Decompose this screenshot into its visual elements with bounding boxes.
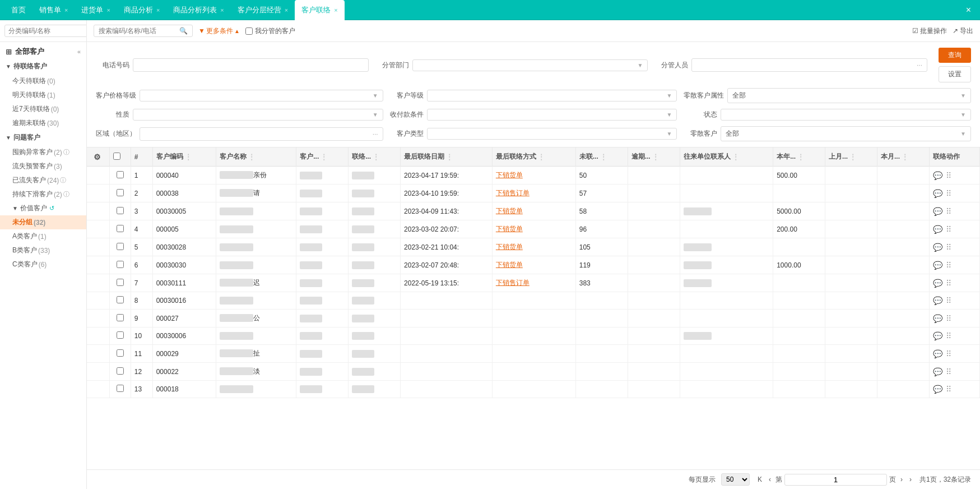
more-icon-6[interactable]: ⠿: [946, 279, 951, 288]
sidebar-item-today[interactable]: 今天待联络 (0): [0, 74, 86, 88]
tab-home[interactable]: 首页: [4, 0, 32, 20]
next-page-button[interactable]: ›: [898, 474, 905, 485]
window-close-button[interactable]: ×: [962, 5, 976, 15]
manager-ellipsis[interactable]: ···: [917, 61, 922, 69]
sidebar-item-overdue[interactable]: 逾期未联络 (30): [0, 116, 86, 130]
row-check-2[interactable]: [117, 207, 124, 214]
tab-customer-contact[interactable]: 客户联络 ×: [295, 0, 344, 20]
sidebar-collapse-button[interactable]: «: [77, 48, 81, 55]
dept-select[interactable]: ▼: [412, 59, 648, 71]
chat-icon-0[interactable]: 💬: [933, 171, 942, 180]
more-icon-1[interactable]: ⠿: [946, 189, 951, 198]
more-icon-9[interactable]: ⠿: [946, 331, 951, 340]
tab-product-analysis-close[interactable]: ×: [156, 7, 160, 13]
more-icon-4[interactable]: ⠿: [946, 243, 951, 252]
more-icon-3[interactable]: ⠿: [946, 225, 951, 234]
last-method-link-0[interactable]: 下销货单: [496, 171, 523, 179]
retail-cust-select[interactable]: 全部 ▼: [721, 126, 971, 141]
chat-icon-8[interactable]: 💬: [933, 314, 942, 323]
last-method-link-1[interactable]: 下销售订单: [496, 189, 530, 197]
last-method-link-6[interactable]: 下销售订单: [496, 279, 530, 287]
manager-select[interactable]: ···: [691, 58, 927, 72]
sidebar-group-problem[interactable]: ▼ 问题客户: [0, 130, 86, 145]
chat-icon-1[interactable]: 💬: [933, 189, 942, 198]
row-check-5[interactable]: [117, 261, 124, 268]
tab-sales-close[interactable]: ×: [64, 7, 68, 13]
chat-icon-7[interactable]: 💬: [933, 296, 942, 305]
gear-icon[interactable]: ⚙: [94, 153, 101, 162]
tab-sales[interactable]: 销售单 ×: [32, 0, 75, 20]
sidebar-item-ungroup[interactable]: 未分组 (32): [0, 215, 86, 229]
th-settings[interactable]: ⚙: [87, 147, 109, 167]
tab-customer-contact-close[interactable]: ×: [334, 7, 337, 13]
sidebar-item-7days[interactable]: 近7天待联络 (0): [0, 102, 86, 116]
sidebar-search-input[interactable]: [4, 25, 87, 37]
last-method-link-4[interactable]: 下销货单: [496, 243, 523, 251]
my-customer-checkbox[interactable]: [245, 27, 253, 35]
region-ellipsis[interactable]: ···: [373, 130, 378, 138]
tab-purchase[interactable]: 进货单 ×: [75, 0, 117, 20]
chat-icon-10[interactable]: 💬: [933, 349, 942, 358]
sidebar-item-churn-warn[interactable]: 流失预警客户 (3): [0, 159, 86, 173]
chat-icon-2[interactable]: 💬: [933, 207, 942, 216]
more-icon-8[interactable]: ⠿: [946, 314, 951, 323]
export-button[interactable]: ↗ 导出: [953, 26, 973, 36]
row-check-12[interactable]: [117, 385, 124, 392]
row-check-7[interactable]: [117, 296, 124, 303]
tab-product-analysis-list[interactable]: 商品分析列表 ×: [166, 0, 230, 20]
search-input[interactable]: [99, 27, 177, 35]
phone-input[interactable]: [133, 58, 369, 72]
row-check-9[interactable]: [117, 331, 124, 339]
price-level-select[interactable]: ▼: [140, 90, 383, 102]
row-check-4[interactable]: [117, 243, 124, 250]
row-check-1[interactable]: [117, 189, 124, 196]
cust-level-select[interactable]: ▼: [427, 90, 677, 102]
search-icon[interactable]: 🔍: [179, 27, 188, 35]
row-check-10[interactable]: [117, 349, 124, 357]
more-icon-11[interactable]: ⠿: [946, 367, 951, 376]
sidebar-item-churned[interactable]: 已流失客户 (24) ⓘ: [0, 173, 86, 187]
chat-icon-6[interactable]: 💬: [933, 279, 942, 288]
all-customers-header[interactable]: ⊞ 全部客户 «: [0, 42, 86, 59]
row-check-6[interactable]: [117, 279, 124, 286]
page-number-input[interactable]: [784, 474, 887, 486]
more-icon-10[interactable]: ⠿: [946, 349, 951, 358]
last-method-link-3[interactable]: 下销货单: [496, 225, 523, 233]
nature-select[interactable]: ▼: [133, 109, 383, 121]
chat-icon-3[interactable]: 💬: [933, 225, 942, 234]
select-all-checkbox[interactable]: [113, 153, 120, 160]
value-refresh-icon[interactable]: ↺: [49, 205, 54, 212]
last-method-link-5[interactable]: 下销货单: [496, 261, 523, 269]
payment-select[interactable]: ▼: [427, 109, 677, 121]
batch-op-button[interactable]: ☑ 批量操作: [912, 26, 947, 36]
row-check-0[interactable]: [117, 171, 124, 178]
tab-customer-segment[interactable]: 客户分层经营 ×: [231, 0, 295, 20]
more-icon-0[interactable]: ⠿: [946, 171, 951, 180]
tab-product-analysis[interactable]: 商品分析 ×: [117, 0, 166, 20]
last-page-button[interactable]: ›: [907, 474, 914, 485]
chat-icon-5[interactable]: 💬: [933, 261, 942, 270]
region-select[interactable]: ···: [140, 127, 383, 141]
row-check-11[interactable]: [117, 367, 124, 375]
sidebar-item-class-c[interactable]: C类客户 (6): [0, 257, 86, 271]
chat-icon-12[interactable]: 💬: [933, 385, 942, 394]
first-page-button[interactable]: K: [755, 474, 764, 485]
more-icon-5[interactable]: ⠿: [946, 261, 951, 270]
cust-type-select[interactable]: ▼: [427, 128, 677, 140]
more-icon-2[interactable]: ⠿: [946, 207, 951, 216]
sidebar-item-hoarding[interactable]: 囤购异常客户 (2) ⓘ: [0, 145, 86, 159]
prev-page-button[interactable]: ‹: [767, 474, 773, 485]
sidebar-group-pending[interactable]: ▼ 待联络客户: [0, 59, 86, 74]
row-check-3[interactable]: [117, 225, 124, 232]
query-button[interactable]: 查询: [939, 48, 971, 63]
per-page-select[interactable]: 50 100 200: [721, 473, 750, 486]
chat-icon-11[interactable]: 💬: [933, 367, 942, 376]
sidebar-item-declining[interactable]: 持续下滑客户 (2) ⓘ: [0, 187, 86, 201]
sidebar-item-class-b[interactable]: B类客户 (33): [0, 243, 86, 257]
more-icon-7[interactable]: ⠿: [946, 296, 951, 305]
row-check-8[interactable]: [117, 314, 124, 321]
chat-icon-4[interactable]: 💬: [933, 243, 942, 252]
chat-icon-9[interactable]: 💬: [933, 331, 942, 340]
more-filter-button[interactable]: ▼ 更多条件 ▲: [198, 26, 240, 36]
status-select[interactable]: ▼: [721, 109, 971, 121]
